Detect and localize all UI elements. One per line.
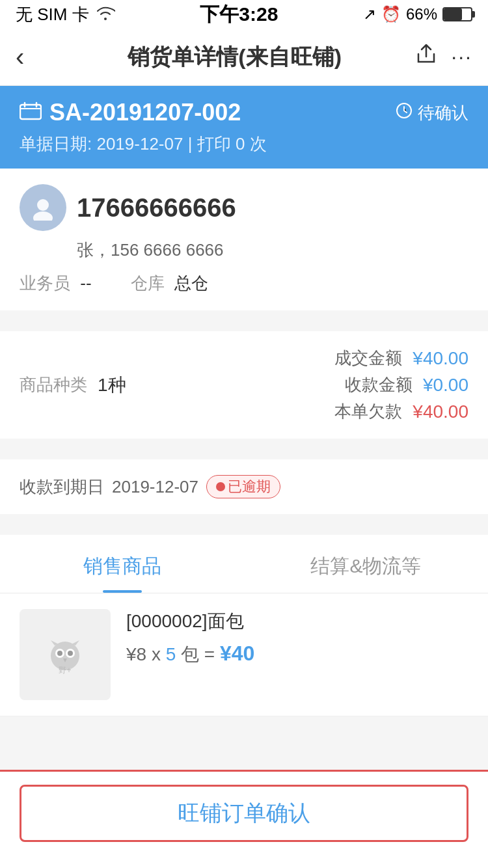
order-header: SA-20191207-002 待确认 单据日期: 2019-12-07 | 打… <box>0 86 488 169</box>
order-icon <box>20 99 42 126</box>
status-time: 下午3:28 <box>200 1 278 28</box>
nav-bar: ‹ 销货单详情(来自旺铺) ··· <box>0 29 488 86</box>
balance-amount-row: 本单欠款 ¥40.00 <box>334 400 468 423</box>
confirm-button-wrap: 旺铺订单确认 <box>0 770 488 868</box>
product-type: 商品种类 1种 <box>20 347 126 423</box>
tab-sales-products[interactable]: 销售商品 <box>0 535 244 593</box>
product-thumbnail: 野+ <box>20 609 111 700</box>
avatar <box>20 184 66 231</box>
overdue-text: 已逾期 <box>228 477 271 496</box>
amounts: 成交金额 ¥40.00 收款金额 ¥0.00 本单欠款 ¥40.00 <box>334 347 468 423</box>
received-amount-row: 收款金额 ¥0.00 <box>345 373 468 396</box>
svg-point-2 <box>37 199 49 211</box>
customer-section: 17666666666 张，156 6666 6666 业务员 -- 仓库 总仓 <box>0 169 488 310</box>
deal-amount-row: 成交金额 ¥40.00 <box>334 347 468 370</box>
table-row: 野+ [0000002]面包 ¥8 x 5 包 = ¥40 <box>0 593 488 716</box>
divider-3 <box>0 524 488 535</box>
due-date-section: 收款到期日 2019-12-07 已逾期 <box>0 459 488 514</box>
back-button[interactable]: ‹ <box>16 42 55 72</box>
product-unit-price: ¥8 <box>126 644 146 664</box>
carrier-text: 无 SIM 卡 <box>16 3 89 26</box>
share-icon[interactable] <box>414 42 438 72</box>
product-list: 野+ [0000002]面包 ¥8 x 5 包 = ¥40 <box>0 593 488 716</box>
alarm-icon: ⏰ <box>381 5 401 23</box>
order-status: 待确认 <box>396 102 468 124</box>
warehouse: 仓库 总仓 <box>131 272 208 295</box>
tab-settlement-logistics[interactable]: 结算&物流等 <box>244 535 488 593</box>
tabs-section: 销售商品 结算&物流等 <box>0 535 488 593</box>
battery-icon <box>442 7 472 21</box>
status-right: ↗ ⏰ 66% <box>363 5 472 23</box>
product-price-row: ¥8 x 5 包 = ¥40 <box>126 642 468 667</box>
svg-point-8 <box>68 651 73 656</box>
customer-name: 张，156 6666 6666 <box>20 239 468 262</box>
order-date: 单据日期: 2019-12-07 | 打印 0 次 <box>20 133 468 156</box>
confirm-order-button[interactable]: 旺铺订单确认 <box>20 785 468 842</box>
summary-section: 商品种类 1种 成交金额 ¥40.00 收款金额 ¥0.00 本单欠款 ¥40.… <box>0 331 488 439</box>
battery-percent: 66% <box>406 5 437 23</box>
sales-rep: 业务员 -- <box>20 272 92 295</box>
product-quantity: 5 <box>166 644 176 664</box>
order-id: SA-20191207-002 <box>20 99 241 126</box>
product-total: ¥40 <box>220 642 254 665</box>
product-info: [0000002]面包 ¥8 x 5 包 = ¥40 <box>126 609 468 700</box>
page-title: 销货单详情(来自旺铺) <box>55 42 414 72</box>
status-left: 无 SIM 卡 <box>16 3 115 26</box>
svg-text:野+: 野+ <box>59 666 71 674</box>
clock-icon <box>396 102 413 124</box>
overdue-badge: 已逾期 <box>206 475 280 498</box>
svg-point-3 <box>33 211 53 221</box>
customer-phone: 17666666666 <box>77 193 236 223</box>
gps-icon: ↗ <box>363 5 376 23</box>
status-bar: 无 SIM 卡 下午3:28 ↗ ⏰ 66% <box>0 0 488 29</box>
customer-meta: 业务员 -- 仓库 总仓 <box>20 272 468 295</box>
more-icon[interactable]: ··· <box>451 45 472 69</box>
due-date: 2019-12-07 <box>112 477 198 497</box>
svg-rect-0 <box>20 105 41 119</box>
wifi-icon <box>96 5 115 25</box>
customer-phone-row: 17666666666 <box>20 184 468 231</box>
divider-2 <box>0 449 488 459</box>
divider-1 <box>0 321 488 331</box>
overdue-dot-icon <box>216 482 225 491</box>
product-name: [0000002]面包 <box>126 609 468 634</box>
svg-point-7 <box>57 651 62 656</box>
nav-actions: ··· <box>414 42 472 72</box>
due-label: 收款到期日 <box>20 476 104 498</box>
tabs-row: 销售商品 结算&物流等 <box>0 535 488 593</box>
